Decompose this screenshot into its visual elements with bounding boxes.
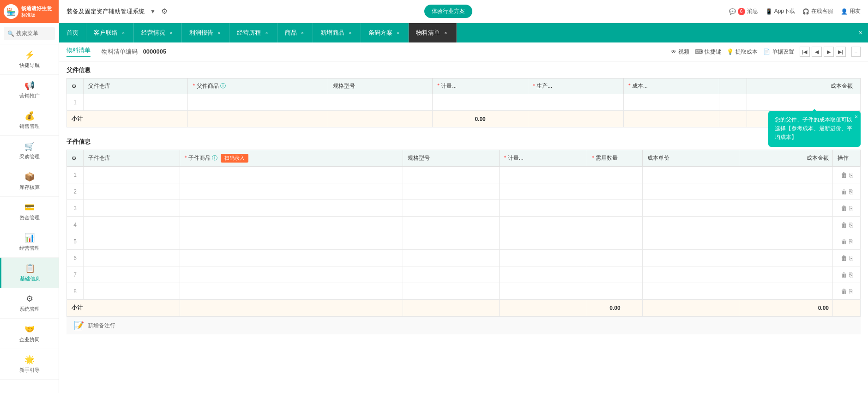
cost-button[interactable]: 💡 提取成本 bbox=[727, 48, 758, 56]
tab-products-close[interactable]: × bbox=[300, 30, 305, 36]
child-spec-cell[interactable] bbox=[403, 283, 499, 300]
tab-new-products-close[interactable]: × bbox=[347, 30, 353, 36]
settings-icon[interactable]: ⚙ bbox=[161, 7, 168, 16]
delete-icon[interactable]: 🗑 bbox=[841, 205, 847, 212]
tab-history[interactable]: 经营历程 × bbox=[229, 23, 277, 42]
page-prev-btn[interactable]: ◀ bbox=[812, 47, 822, 57]
child-warehouse-cell[interactable] bbox=[84, 233, 180, 250]
child-warehouse-cell[interactable] bbox=[84, 266, 180, 283]
tab-home[interactable]: 首页 bbox=[59, 23, 86, 42]
parent-production-cell-1[interactable] bbox=[528, 94, 624, 111]
child-unit-cell[interactable] bbox=[499, 183, 587, 200]
dropdown-icon[interactable]: ▼ bbox=[150, 8, 156, 15]
delete-icon[interactable]: 🗑 bbox=[841, 254, 847, 262]
copy-icon[interactable]: ⎘ bbox=[849, 221, 853, 229]
tab-barcode[interactable]: 条码方案 × bbox=[361, 23, 409, 42]
sidebar-item-purchase[interactable]: 🛒 采购管理 bbox=[0, 136, 59, 166]
child-quantity-cell[interactable] bbox=[587, 167, 643, 183]
sub-nav-bom-list[interactable]: 物料清单 bbox=[66, 46, 90, 57]
child-unit-cell[interactable] bbox=[499, 200, 587, 217]
sidebar-item-marketing[interactable]: 📢 营销推广 bbox=[0, 75, 59, 105]
child-warehouse-cell[interactable] bbox=[84, 200, 180, 217]
view-button[interactable]: 👁 视频 bbox=[671, 48, 689, 56]
copy-icon[interactable]: ⎘ bbox=[849, 254, 853, 262]
tab-profit-close[interactable]: × bbox=[216, 30, 222, 36]
child-warehouse-cell[interactable] bbox=[84, 183, 180, 200]
child-unit-cost-cell[interactable] bbox=[643, 167, 739, 183]
page-next-btn[interactable]: ▶ bbox=[824, 47, 834, 57]
delete-icon[interactable]: 🗑 bbox=[841, 271, 847, 278]
child-warehouse-cell[interactable] bbox=[84, 250, 180, 266]
sidebar-item-quick-nav[interactable]: ⚡ 快捷导航 bbox=[0, 44, 59, 75]
child-product-cell[interactable] bbox=[180, 167, 403, 183]
child-product-cell[interactable] bbox=[180, 233, 403, 250]
app-download-item[interactable]: 📱 App下载 bbox=[766, 7, 795, 15]
child-unit-cell[interactable] bbox=[499, 250, 587, 266]
add-note-label[interactable]: 新增备注行 bbox=[88, 322, 115, 330]
child-unit-cost-cell[interactable] bbox=[643, 266, 739, 283]
child-spec-cell[interactable] bbox=[403, 200, 499, 217]
tab-customers-close[interactable]: × bbox=[121, 30, 126, 36]
search-button[interactable]: 🔍 搜索菜单 bbox=[4, 27, 55, 40]
child-unit-cost-cell[interactable] bbox=[643, 283, 739, 300]
child-product-cell[interactable] bbox=[180, 217, 403, 233]
tab-bom-close[interactable]: × bbox=[443, 30, 448, 36]
child-spec-cell[interactable] bbox=[403, 217, 499, 233]
child-spec-cell[interactable] bbox=[403, 250, 499, 266]
tab-bom[interactable]: 物料清单 × bbox=[409, 23, 456, 42]
sidebar-item-inventory[interactable]: 📦 库存核算 bbox=[0, 166, 59, 197]
child-warehouse-cell[interactable] bbox=[84, 217, 180, 233]
child-unit-cell[interactable] bbox=[499, 217, 587, 233]
tab-operations[interactable]: 经营情况 × bbox=[134, 23, 181, 42]
child-product-cell[interactable] bbox=[180, 250, 403, 266]
delete-icon[interactable]: 🗑 bbox=[841, 288, 847, 295]
trial-button[interactable]: 体验行业方案 bbox=[424, 5, 472, 18]
child-product-cell[interactable] bbox=[180, 200, 403, 217]
child-unit-cell[interactable] bbox=[499, 283, 587, 300]
child-warehouse-cell[interactable] bbox=[84, 283, 180, 300]
delete-icon[interactable]: 🗑 bbox=[841, 221, 847, 229]
child-product-cell[interactable] bbox=[180, 283, 403, 300]
shortcut-button[interactable]: ⌨ 快捷键 bbox=[695, 48, 721, 56]
child-unit-cost-cell[interactable] bbox=[643, 233, 739, 250]
sidebar-item-sales[interactable]: 💰 销售管理 bbox=[0, 105, 59, 136]
delete-icon[interactable]: 🗑 bbox=[841, 188, 847, 195]
delete-icon[interactable]: 🗑 bbox=[841, 238, 847, 245]
child-spec-cell[interactable] bbox=[403, 183, 499, 200]
child-spec-cell[interactable] bbox=[403, 233, 499, 250]
child-unit-cell[interactable] bbox=[499, 266, 587, 283]
tooltip-close-btn[interactable]: × bbox=[855, 113, 858, 121]
tab-profit[interactable]: 利润报告 × bbox=[182, 23, 229, 42]
sidebar-item-finance[interactable]: 💳 资金管理 bbox=[0, 197, 59, 227]
parent-warehouse-cell-1[interactable] bbox=[84, 94, 188, 111]
copy-icon[interactable]: ⎘ bbox=[849, 171, 853, 179]
copy-icon[interactable]: ⎘ bbox=[849, 271, 853, 278]
tab-history-close[interactable]: × bbox=[264, 30, 269, 36]
settings-button[interactable]: 📄 单据设置 bbox=[763, 48, 794, 56]
message-item[interactable]: 💬 6 消息 bbox=[729, 7, 758, 15]
child-quantity-cell[interactable] bbox=[587, 266, 643, 283]
parent-cost-cell-1[interactable] bbox=[623, 94, 719, 111]
child-product-cell[interactable] bbox=[180, 266, 403, 283]
delete-icon[interactable]: 🗑 bbox=[841, 171, 847, 179]
child-quantity-cell[interactable] bbox=[587, 283, 643, 300]
child-quantity-cell[interactable] bbox=[587, 200, 643, 217]
child-spec-cell[interactable] bbox=[403, 167, 499, 183]
copy-icon[interactable]: ⎘ bbox=[849, 205, 853, 212]
copy-icon[interactable]: ⎘ bbox=[849, 288, 853, 295]
table-view-btn[interactable]: ≡ bbox=[851, 47, 861, 57]
online-support-item[interactable]: 🎧 在线客服 bbox=[802, 7, 833, 15]
child-unit-cost-cell[interactable] bbox=[643, 217, 739, 233]
tab-new-products[interactable]: 新增商品 × bbox=[313, 23, 361, 42]
sidebar-item-guide[interactable]: 🌟 新手引导 bbox=[0, 349, 59, 380]
child-unit-cell[interactable] bbox=[499, 233, 587, 250]
sidebar-item-operations[interactable]: 📊 经营管理 bbox=[0, 227, 59, 258]
parent-product-cell-1[interactable] bbox=[188, 94, 328, 111]
sidebar-item-basic-info[interactable]: 📋 基础信息 bbox=[0, 258, 59, 288]
sidebar-item-cooperation[interactable]: 🤝 企业协同 bbox=[0, 319, 59, 349]
page-last-btn[interactable]: ▶| bbox=[836, 47, 846, 57]
tab-customers[interactable]: 客户联络 × bbox=[86, 23, 134, 42]
child-quantity-cell[interactable] bbox=[587, 233, 643, 250]
sidebar-item-system[interactable]: ⚙ 系统管理 bbox=[0, 288, 59, 319]
parent-unit-cell-1[interactable] bbox=[433, 94, 528, 111]
